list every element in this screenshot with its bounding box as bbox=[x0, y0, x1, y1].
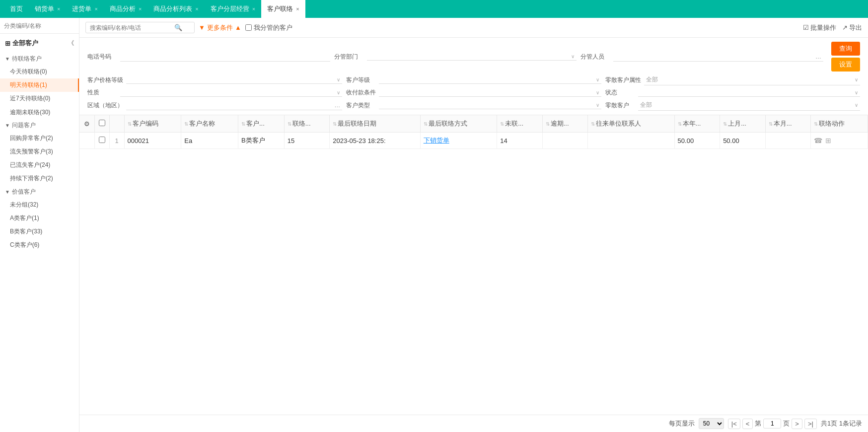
sidebar-item-C类客户(6)[interactable]: C类客户(6) bbox=[0, 238, 79, 252]
row-action-cell: ☎ ⊞ bbox=[811, 133, 868, 149]
filter-select-零散客户[interactable]: 全部∨ bbox=[638, 100, 860, 111]
row-contact_person bbox=[588, 133, 674, 149]
search-input[interactable] bbox=[90, 24, 174, 31]
row-checkbox[interactable] bbox=[99, 137, 105, 143]
gear-icon[interactable]: ⚙ bbox=[84, 120, 90, 128]
filter-cell-3-1: 客户类型∨ bbox=[346, 101, 601, 110]
sidebar-all-label: 全部客户 bbox=[12, 39, 38, 48]
close-icon[interactable]: × bbox=[252, 6, 255, 12]
row-last_method[interactable]: 下销货单 bbox=[420, 133, 497, 149]
row-num: 1 bbox=[109, 133, 124, 149]
page-suffix: 页 bbox=[783, 419, 790, 428]
sidebar-item-逾期未联络(30)[interactable]: 逾期未联络(30) bbox=[0, 106, 79, 119]
sidebar-item-A类客户(1)[interactable]: A类客户(1) bbox=[0, 212, 79, 225]
filter-select-客户类型[interactable]: ∨ bbox=[379, 101, 601, 109]
close-icon[interactable]: × bbox=[195, 6, 198, 12]
nav-item-商品分析列表[interactable]: 商品分析列表× bbox=[147, 0, 204, 18]
row-gear-cell bbox=[79, 133, 94, 149]
nav-item-客户联络[interactable]: 客户联络× bbox=[261, 0, 305, 18]
nav-item-首页[interactable]: 首页 bbox=[4, 0, 29, 18]
export-btn[interactable]: ↗ 导出 bbox=[842, 23, 862, 32]
filter-label-分管人员: 分管人员 bbox=[580, 53, 610, 61]
chevron-down-icon: ∨ bbox=[337, 90, 340, 95]
filter-select-客户价格等级[interactable]: ∨ bbox=[126, 76, 342, 84]
chevron-down-icon: ∨ bbox=[596, 102, 599, 108]
filter-chevron: ▲ bbox=[235, 24, 241, 31]
close-icon[interactable]: × bbox=[296, 6, 299, 12]
search-bar: 🔍 ▼ 更多条件 ▲ 我分管的客户 ☑ 批量操作 ↗ 导出 bbox=[79, 18, 868, 38]
filter-label-客户类型: 客户类型 bbox=[346, 101, 376, 110]
filter-select-零散客户属性[interactable]: 全部∨ bbox=[644, 74, 860, 85]
pager-last-btn[interactable]: >| bbox=[804, 419, 817, 429]
page-label: 第 bbox=[755, 419, 761, 428]
my-customer-checkbox[interactable] bbox=[245, 24, 252, 31]
close-icon[interactable]: × bbox=[139, 6, 142, 12]
link-last_method[interactable]: 下销货单 bbox=[424, 137, 449, 144]
nav-item-销货单[interactable]: 销货单× bbox=[29, 0, 66, 18]
collapse-icon: 《 bbox=[68, 39, 74, 48]
grid-action-icon[interactable]: ⊞ bbox=[825, 137, 831, 144]
filter-select-状态[interactable]: ∨ bbox=[638, 89, 860, 97]
filter-cell-2-0: 性质∨ bbox=[87, 88, 342, 97]
filter-btn-label: 更多条件 bbox=[207, 23, 233, 32]
filter-input-电话号码[interactable] bbox=[120, 52, 330, 62]
sort-icon: ⇅ bbox=[288, 121, 291, 127]
sort-icon: ⇅ bbox=[333, 121, 337, 127]
filter-label-状态: 状态 bbox=[605, 88, 635, 97]
reset-button[interactable]: 设置 bbox=[831, 58, 860, 72]
sort-icon: ⇅ bbox=[424, 121, 428, 127]
sidebar-group-问题客户[interactable]: ▼问题客户 bbox=[0, 119, 79, 132]
nav-item-商品分析[interactable]: 商品分析× bbox=[104, 0, 147, 18]
nav-item-客户分层经营[interactable]: 客户分层经营× bbox=[205, 0, 261, 18]
batch-action-btn[interactable]: ☑ 批量操作 bbox=[803, 23, 836, 32]
nav-item-进货单[interactable]: 进货单× bbox=[66, 0, 103, 18]
phone-icon[interactable]: ☎ bbox=[814, 137, 822, 144]
sidebar-item-未分组(32)[interactable]: 未分组(32) bbox=[0, 198, 79, 212]
sidebar-item-流失预警客户(3)[interactable]: 流失预警客户(3) bbox=[0, 145, 79, 158]
filter-select-客户等级[interactable]: ∨ bbox=[379, 76, 601, 84]
filter-select-分管部门[interactable]: ∨ bbox=[367, 53, 577, 61]
col-header-overdue: ⇅逾期... bbox=[542, 115, 588, 133]
sort-icon: ⇅ bbox=[814, 121, 818, 127]
filter-cell-0-0: 电话号码 bbox=[87, 52, 330, 62]
sidebar-item-已流失客户(24)[interactable]: 已流失客户(24) bbox=[0, 158, 79, 172]
query-button[interactable]: 查询 bbox=[831, 42, 860, 56]
sidebar-all-customers[interactable]: ⊞ 全部客户 《 bbox=[0, 36, 79, 51]
sort-icon: ⇅ bbox=[723, 121, 727, 127]
sidebar-item-B类客户(33)[interactable]: B类客户(33) bbox=[0, 225, 79, 238]
close-icon[interactable]: × bbox=[94, 6, 97, 12]
page-input[interactable] bbox=[763, 419, 781, 429]
sidebar-search-input[interactable] bbox=[4, 22, 78, 29]
sidebar-group-待联络客户[interactable]: ▼待联络客户 bbox=[0, 53, 79, 65]
filter-cell-3-2: 零散客户全部∨ bbox=[605, 100, 860, 111]
sidebar-group-价值客户[interactable]: ▼价值客户 bbox=[0, 186, 79, 198]
row-this_year: 50.00 bbox=[674, 133, 720, 149]
search-input-wrap: 🔍 bbox=[85, 22, 195, 33]
filter-panel: 电话号码分管部门∨分管人员…查询设置客户价格等级∨客户等级∨零散客户属性全部∨性… bbox=[79, 38, 868, 115]
sidebar-item-持续下滑客户(2)[interactable]: 持续下滑客户(2) bbox=[0, 172, 79, 185]
sidebar-item-今天待联络(0)[interactable]: 今天待联络(0) bbox=[0, 65, 79, 78]
filter-label-零散客户属性: 零散客户属性 bbox=[605, 76, 641, 84]
filter-dots-分管人员[interactable]: … bbox=[613, 52, 823, 62]
filter-label-分管部门: 分管部门 bbox=[334, 53, 364, 61]
sort-icon: ⇅ bbox=[128, 121, 132, 127]
pager-next-btn[interactable]: > bbox=[792, 419, 802, 429]
search-icon-main[interactable]: 🔍 bbox=[174, 24, 182, 31]
filter-select-收付款条件[interactable]: ∨ bbox=[379, 89, 601, 97]
arrow-icon: ▼ bbox=[5, 56, 10, 62]
chevron-down-icon: ∨ bbox=[337, 77, 340, 82]
sidebar-item-明天待联络(1)[interactable]: 明天待联络(1) bbox=[0, 78, 79, 92]
filter-cell-1-2: 零散客户属性全部∨ bbox=[605, 74, 860, 85]
select-all-checkbox[interactable] bbox=[99, 120, 105, 126]
filter-select-性质[interactable]: ∨ bbox=[120, 89, 342, 97]
pager-first-btn[interactable]: |< bbox=[728, 419, 740, 429]
filter-dots-区域（地区）[interactable]: … bbox=[126, 101, 342, 110]
table-body: 1000021EaB类客户152023-05-23 18:25:下销货单1450… bbox=[79, 133, 868, 149]
close-icon[interactable]: × bbox=[57, 6, 60, 12]
pager-prev-btn[interactable]: < bbox=[742, 419, 753, 429]
sidebar-item-近7天待联络(0)[interactable]: 近7天待联络(0) bbox=[0, 92, 79, 105]
sidebar-item-回购异常客户(2)[interactable]: 回购异常客户(2) bbox=[0, 132, 79, 145]
per-page-select[interactable]: 50 100 200 bbox=[699, 418, 724, 429]
row-checkbox-cell bbox=[94, 133, 109, 149]
filter-more-btn[interactable]: ▼ 更多条件 ▲ bbox=[199, 23, 241, 32]
